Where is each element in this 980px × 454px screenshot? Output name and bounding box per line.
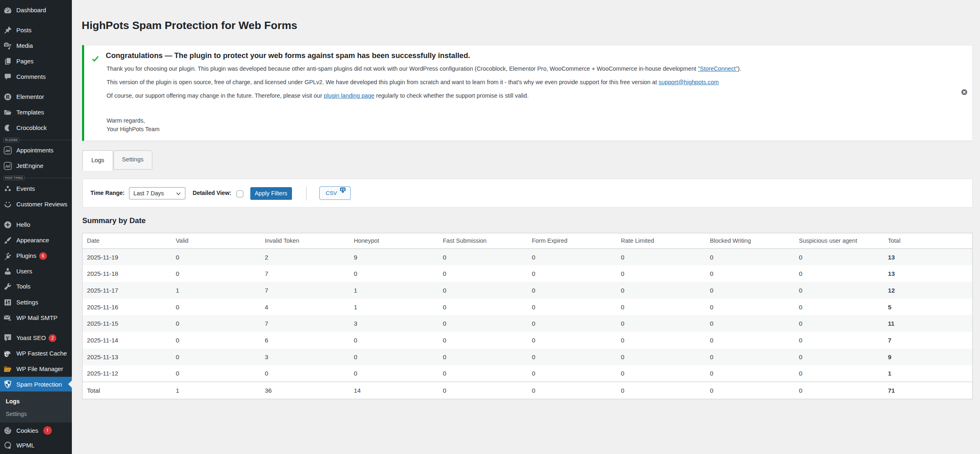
svg-text:W: W [6, 368, 9, 371]
svg-text:Jet: Jet [5, 149, 11, 153]
svg-text:y: y [5, 333, 9, 341]
svg-text:Jet: Jet [5, 164, 11, 168]
